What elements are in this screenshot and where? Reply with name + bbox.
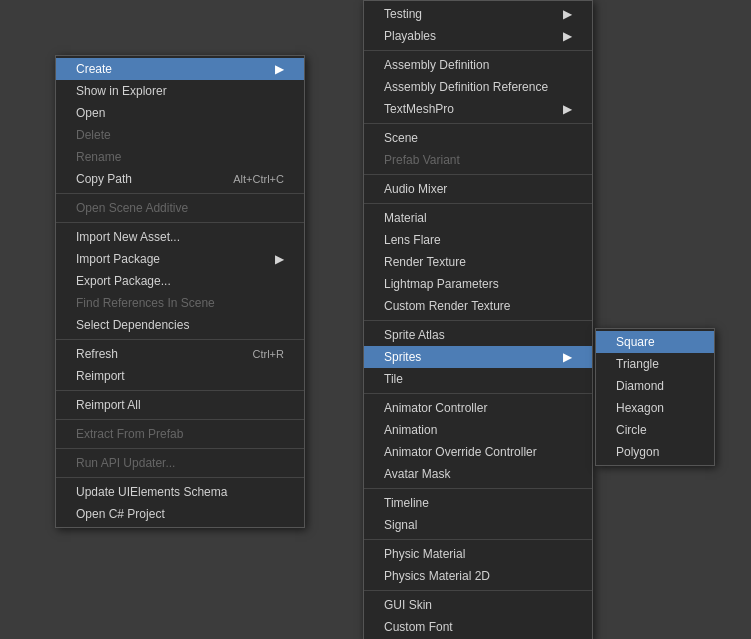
- submenu-item-prefab-variant: Prefab Variant: [364, 149, 592, 171]
- submenu-item-scene[interactable]: Scene: [364, 127, 592, 149]
- submenu-item-animator-override[interactable]: Animator Override Controller: [364, 441, 592, 463]
- submenu-item-timeline[interactable]: Timeline: [364, 492, 592, 514]
- submenu-item-material[interactable]: Material: [364, 207, 592, 229]
- menu-separator: [56, 193, 304, 194]
- sprites-item-label: Polygon: [616, 445, 659, 459]
- submenu-item-lens-flare[interactable]: Lens Flare: [364, 229, 592, 251]
- menu-item-shortcut: Alt+Ctrl+C: [233, 173, 284, 185]
- menu-item-reimport[interactable]: Reimport: [56, 365, 304, 387]
- submenu-item-label: Playables: [384, 29, 436, 43]
- submenu-item-label: Animator Controller: [384, 401, 487, 415]
- submenu-item-physic-material[interactable]: Physic Material: [364, 543, 592, 565]
- submenu-item-label: Prefab Variant: [384, 153, 460, 167]
- menu-item-reimport-all[interactable]: Reimport All: [56, 394, 304, 416]
- submenu-item-playables[interactable]: Playables▶: [364, 25, 592, 47]
- sprites-item-diamond[interactable]: Diamond: [596, 375, 714, 397]
- submenu-item-custom-render-texture[interactable]: Custom Render Texture: [364, 295, 592, 317]
- menu-item-rename: Rename: [56, 146, 304, 168]
- sprites-item-square[interactable]: Square: [596, 331, 714, 353]
- sprites-item-polygon[interactable]: Polygon: [596, 441, 714, 463]
- sprites-item-label: Hexagon: [616, 401, 664, 415]
- submenu-item-label: Animation: [384, 423, 437, 437]
- menu-item-label: Open Scene Additive: [76, 201, 188, 215]
- menu-item-label: Open: [76, 106, 105, 120]
- submenu-item-audio-mixer[interactable]: Audio Mixer: [364, 178, 592, 200]
- menu-item-label: Import Package: [76, 252, 160, 266]
- menu-item-label: Update UIElements Schema: [76, 485, 227, 499]
- submenu-item-gui-skin[interactable]: GUI Skin: [364, 594, 592, 616]
- menu-item-export-package[interactable]: Export Package...: [56, 270, 304, 292]
- submenu-item-label: Sprites: [384, 350, 421, 364]
- submenu-arrow-icon: ▶: [275, 62, 284, 76]
- sprites-item-label: Square: [616, 335, 655, 349]
- submenu-item-animator-controller[interactable]: Animator Controller: [364, 397, 592, 419]
- menu-separator: [364, 590, 592, 591]
- sprites-item-circle[interactable]: Circle: [596, 419, 714, 441]
- submenu-arrow-icon: ▶: [563, 7, 572, 21]
- menu-item-import-new-asset[interactable]: Import New Asset...: [56, 226, 304, 248]
- submenu-item-label: Physic Material: [384, 547, 465, 561]
- submenu-item-label: Lens Flare: [384, 233, 441, 247]
- submenu-item-tile[interactable]: Tile: [364, 368, 592, 390]
- menu-item-copy-path[interactable]: Copy PathAlt+Ctrl+C: [56, 168, 304, 190]
- submenu-item-label: Physics Material 2D: [384, 569, 490, 583]
- menu-separator: [364, 123, 592, 124]
- submenu-item-label: Assembly Definition: [384, 58, 489, 72]
- submenu-item-label: Custom Render Texture: [384, 299, 511, 313]
- menu-item-show-in-explorer[interactable]: Show in Explorer: [56, 80, 304, 102]
- menu-item-import-package[interactable]: Import Package▶: [56, 248, 304, 270]
- submenu-item-label: Material: [384, 211, 427, 225]
- sprites-item-hexagon[interactable]: Hexagon: [596, 397, 714, 419]
- menu-separator: [56, 477, 304, 478]
- submenu-item-assembly-definition[interactable]: Assembly Definition: [364, 54, 592, 76]
- submenu-item-signal[interactable]: Signal: [364, 514, 592, 536]
- submenu-item-label: Lightmap Parameters: [384, 277, 499, 291]
- submenu-item-label: Signal: [384, 518, 417, 532]
- menu-item-label: Rename: [76, 150, 121, 164]
- menu-item-label: Open C# Project: [76, 507, 165, 521]
- menu-item-open-csharp[interactable]: Open C# Project: [56, 503, 304, 525]
- submenu-item-label: Scene: [384, 131, 418, 145]
- submenu-item-sprites[interactable]: Sprites▶: [364, 346, 592, 368]
- submenu-item-custom-font[interactable]: Custom Font: [364, 616, 592, 638]
- sprites-item-triangle[interactable]: Triangle: [596, 353, 714, 375]
- menu-item-open[interactable]: Open: [56, 102, 304, 124]
- submenu-item-textmeshpro[interactable]: TextMeshPro▶: [364, 98, 592, 120]
- submenu-item-label: Avatar Mask: [384, 467, 450, 481]
- menu-separator: [364, 203, 592, 204]
- submenu-item-animation[interactable]: Animation: [364, 419, 592, 441]
- submenu-item-lightmap-parameters[interactable]: Lightmap Parameters: [364, 273, 592, 295]
- submenu-arrow-icon: ▶: [563, 29, 572, 43]
- menu-item-create[interactable]: Create▶: [56, 58, 304, 80]
- menu-item-refresh[interactable]: RefreshCtrl+R: [56, 343, 304, 365]
- submenu-item-assembly-definition-ref[interactable]: Assembly Definition Reference: [364, 76, 592, 98]
- submenu-item-physics-material-2d[interactable]: Physics Material 2D: [364, 565, 592, 587]
- main-context-menu: Create▶Show in ExplorerOpenDeleteRenameC…: [55, 55, 305, 528]
- menu-item-label: Create: [76, 62, 112, 76]
- menu-item-label: Reimport All: [76, 398, 141, 412]
- sprites-item-label: Diamond: [616, 379, 664, 393]
- submenu-item-label: Assembly Definition Reference: [384, 80, 548, 94]
- submenu-item-sprite-atlas[interactable]: Sprite Atlas: [364, 324, 592, 346]
- menu-separator: [364, 50, 592, 51]
- menu-separator: [56, 448, 304, 449]
- sprites-item-label: Triangle: [616, 357, 659, 371]
- submenu-item-label: TextMeshPro: [384, 102, 454, 116]
- submenu-item-label: Timeline: [384, 496, 429, 510]
- menu-separator: [56, 390, 304, 391]
- menu-item-shortcut: Ctrl+R: [253, 348, 284, 360]
- menu-separator: [56, 222, 304, 223]
- menu-item-update-ui-elements[interactable]: Update UIElements Schema: [56, 481, 304, 503]
- submenu-item-avatar-mask[interactable]: Avatar Mask: [364, 463, 592, 485]
- submenu-item-testing[interactable]: Testing▶: [364, 3, 592, 25]
- menu-separator: [364, 539, 592, 540]
- menu-item-select-dependencies[interactable]: Select Dependencies: [56, 314, 304, 336]
- menu-item-label: Copy Path: [76, 172, 132, 186]
- submenu-item-render-texture[interactable]: Render Texture: [364, 251, 592, 273]
- menu-item-open-scene-additive: Open Scene Additive: [56, 197, 304, 219]
- menu-separator: [364, 320, 592, 321]
- submenu-arrow-icon: ▶: [563, 102, 572, 116]
- menu-item-label: Refresh: [76, 347, 118, 361]
- submenu-item-label: Audio Mixer: [384, 182, 447, 196]
- create-submenu: Testing▶Playables▶Assembly DefinitionAss…: [363, 0, 593, 639]
